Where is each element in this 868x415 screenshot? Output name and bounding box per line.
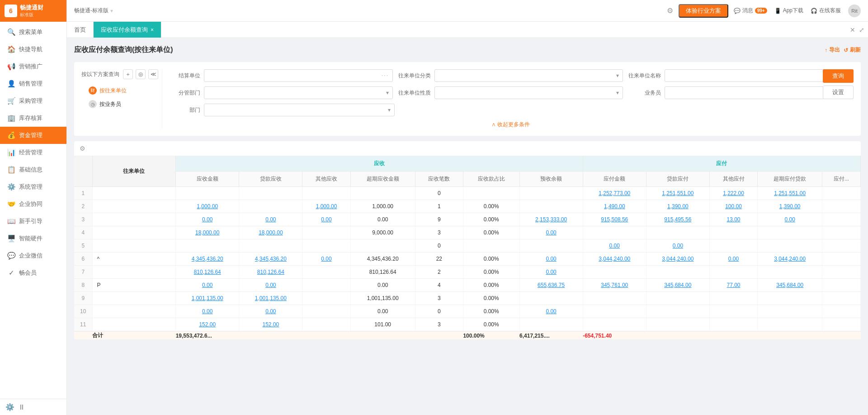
cell-qt_ys[interactable] [302, 318, 350, 332]
cell-yf_je[interactable] [583, 226, 646, 239]
app-download-button[interactable]: 📱 App下载 [774, 7, 803, 14]
sidebar-item-finance[interactable]: 💰资金管理 [0, 127, 66, 144]
scheme-settings-btn[interactable]: ◎ [136, 69, 146, 79]
cell-qt_ys[interactable] [302, 187, 350, 200]
filter-jiesuan-input[interactable]: ··· [204, 69, 393, 82]
set-button[interactable]: 设置 [823, 86, 854, 99]
cell-ys_je[interactable]: 4,345,436.20 [176, 253, 239, 266]
cell-yf_je[interactable] [583, 266, 646, 279]
cell-qt_ys[interactable] [302, 292, 350, 305]
cell-qt_yf[interactable] [709, 292, 757, 305]
cell-dk_ys[interactable]: 0.00 [239, 213, 302, 226]
cell-cq_yf_dk[interactable] [758, 318, 822, 332]
cell-ys_ye[interactable]: 655,636.75 [519, 279, 583, 292]
cell-dk_ys[interactable]: 810,126.64 [239, 266, 302, 279]
tabs-close-icon[interactable]: ✕ [850, 26, 855, 33]
filter-collapse-btn[interactable]: ∧ 收起更多条件 [168, 121, 854, 129]
refresh-button[interactable]: ↺ 刷新 [844, 46, 861, 54]
cell-qt_ys[interactable] [302, 266, 350, 279]
sidebar-item-inventory[interactable]: 🏢库存核算 [0, 110, 66, 127]
cell-dk_yf[interactable] [646, 305, 709, 318]
sidebar-item-wechat[interactable]: 💬企业微信 [0, 247, 66, 264]
cell-yf_je[interactable]: 345,761.00 [583, 279, 646, 292]
cell-qt_ys[interactable]: 0.00 [302, 213, 350, 226]
sidebar-collapse-icon[interactable]: ⏸ [18, 403, 25, 411]
filter-wanglai-xingzhi-input[interactable]: ▾ [434, 86, 623, 99]
cell-cq_yf_dk[interactable]: 345,684.00 [758, 279, 822, 292]
cell-cq_yf_dk[interactable] [758, 226, 822, 239]
sidebar-item-operation[interactable]: 📊经营管理 [0, 144, 66, 161]
cell-ys_je[interactable]: 0.00 [176, 213, 239, 226]
cell-ys_ye[interactable] [519, 187, 583, 200]
sidebar-item-purchase[interactable]: 🛒采购管理 [0, 92, 66, 110]
filter-bumen-input[interactable]: ▾ [204, 104, 395, 116]
cell-qt_yf[interactable]: 77.00 [709, 279, 757, 292]
cell-cq_yf_dk[interactable] [758, 266, 822, 279]
footer-ys-ye[interactable]: 6,417,215.... [519, 331, 583, 339]
cell-dk_yf[interactable]: 915,495.56 [646, 213, 709, 226]
tab-home[interactable]: 首页 [67, 22, 94, 38]
cell-yf_je[interactable] [583, 305, 646, 318]
cell-yf_je[interactable]: 0.00 [583, 239, 646, 253]
cell-qt_yf[interactable]: 0.00 [709, 253, 757, 266]
online-service-button[interactable]: 🎧 在线客服 [811, 7, 841, 14]
sidebar-settings-icon[interactable]: ⚙️ [5, 403, 14, 411]
cell-dk_yf[interactable]: 345,684.00 [646, 279, 709, 292]
cell-dk_ys[interactable]: 1,001,135.00 [239, 292, 302, 305]
cell-cq_yf_dk[interactable]: 1,390.00 [758, 200, 822, 213]
cell-dk_yf[interactable] [646, 292, 709, 305]
export-button[interactable]: ↑ 导出 [825, 46, 840, 54]
cell-yf_je[interactable]: 915,508.56 [583, 213, 646, 226]
cell-cq_yf_dk[interactable] [758, 239, 822, 253]
cell-qt_yf[interactable] [709, 239, 757, 253]
cell-dk_ys[interactable]: 0.00 [239, 305, 302, 318]
topbar-gear-icon[interactable]: ⚙ [667, 6, 673, 15]
sidebar-item-corp[interactable]: 🤝企业协同 [0, 196, 66, 213]
cell-qt_yf[interactable] [709, 226, 757, 239]
cell-dk_ys[interactable] [239, 239, 302, 253]
scheme-collapse-btn[interactable]: ≪ [148, 69, 158, 79]
cell-dk_ys[interactable] [239, 200, 302, 213]
sidebar-item-member[interactable]: ✓畅会员 [0, 264, 66, 281]
cell-ys_je[interactable]: 0.00 [176, 279, 239, 292]
sidebar-item-quick[interactable]: 🏠快捷导航 [0, 41, 66, 58]
cell-dk_yf[interactable]: 3,044,240.00 [646, 253, 709, 266]
tabs-expand-icon[interactable]: ⤢ [859, 26, 864, 33]
cell-yf_je[interactable]: 1,252,773.00 [583, 187, 646, 200]
filter-wanglai-fenl-input[interactable]: ▾ [434, 69, 623, 82]
sidebar-item-marketing[interactable]: 📢营销推广 [0, 58, 66, 75]
cell-qt_ys[interactable] [302, 226, 350, 239]
scheme-item-unit[interactable]: 财 按往来单位 [85, 85, 158, 96]
cell-ys_ye[interactable]: 0.00 [519, 305, 583, 318]
cell-cq_yf_dk[interactable]: 1,251,551.00 [758, 187, 822, 200]
cell-dk_ys[interactable] [239, 187, 302, 200]
cell-ys_ye[interactable] [519, 318, 583, 332]
filter-fenguan-input[interactable]: ▾ [204, 86, 393, 99]
cell-ys_ye[interactable]: 0.00 [519, 253, 583, 266]
sidebar-item-basic[interactable]: 📋基础信息 [0, 161, 66, 178]
tab-query[interactable]: 应收应付余额查询 × [94, 22, 161, 38]
cell-cq_yf_dk[interactable] [758, 292, 822, 305]
cell-qt_yf[interactable]: 100.00 [709, 200, 757, 213]
cell-dk_yf[interactable]: 1,251,551.00 [646, 187, 709, 200]
sidebar-item-system[interactable]: ⚙️系统管理 [0, 178, 66, 196]
cell-dk_yf[interactable]: 0.00 [646, 239, 709, 253]
cell-ys_ye[interactable] [519, 239, 583, 253]
promo-button[interactable]: 体验行业方案 [679, 4, 728, 18]
cell-qt_yf[interactable] [709, 318, 757, 332]
cell-ys_ye[interactable] [519, 200, 583, 213]
cell-dk_yf[interactable] [646, 226, 709, 239]
cell-qt_ys[interactable] [302, 279, 350, 292]
cell-cq_yf_dk[interactable]: 3,044,240.00 [758, 253, 822, 266]
cell-ys_ye[interactable]: 0.00 [519, 266, 583, 279]
user-avatar[interactable]: Rit [848, 5, 861, 17]
cell-ys_je[interactable]: 0.00 [176, 305, 239, 318]
cell-qt_yf[interactable] [709, 305, 757, 318]
sidebar-item-guide[interactable]: 📖新手引导 [0, 213, 66, 230]
cell-cq_yf_dk[interactable]: 0.00 [758, 213, 822, 226]
cell-dk_ys[interactable]: 152.00 [239, 318, 302, 332]
cell-qt_ys[interactable]: 0.00 [302, 253, 350, 266]
table-settings-icon[interactable]: ⚙ [80, 145, 85, 152]
scheme-item-staff[interactable]: ◷ 按业务员 [85, 98, 158, 110]
cell-ys_je[interactable] [176, 239, 239, 253]
